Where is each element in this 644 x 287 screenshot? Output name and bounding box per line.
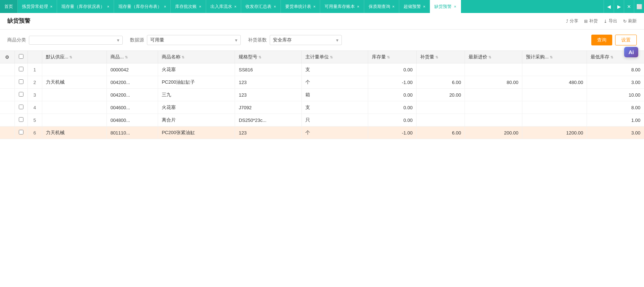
table-row: 5 004800... 离合片 DS250*23c... 只 0.00 1.00 — [0, 114, 644, 127]
th-stock[interactable]: 库存量 ⇅ — [368, 51, 416, 63]
filter-category-select[interactable]: ▾ — [29, 36, 123, 45]
filter-restock-value: 安全库存 — [273, 37, 336, 43]
filter-restock-arrow-icon: ▾ — [336, 37, 339, 43]
ai-badge[interactable]: Ai — [624, 47, 638, 57]
tab-close-receive-summary[interactable]: × — [274, 4, 276, 9]
refresh-button[interactable]: ↻ 刷新 — [623, 18, 637, 24]
tab-overstock[interactable]: 超储预警 × — [399, 0, 430, 13]
filter-datasource-value: 可用量 — [150, 37, 235, 43]
tab-close-shortage[interactable]: × — [454, 4, 456, 9]
td-checkbox-5[interactable] — [14, 127, 27, 139]
table-row: 4 004600... 火花塞 J7092 支 0.00 8.00 — [0, 101, 644, 114]
table-row: 1 0000042 火花塞 SS816 支 0.00 8.00 — [0, 63, 644, 76]
tab-close-inventory-dist[interactable]: × — [164, 4, 166, 9]
row-checkbox-1[interactable] — [19, 79, 23, 84]
tab-home[interactable]: 首页 — [0, 0, 18, 13]
td-restock-qty-3 — [416, 101, 465, 114]
td-supplier-3 — [42, 101, 106, 114]
td-row-num-3: 4 — [27, 101, 42, 114]
sort-icon-spec: ⇅ — [258, 55, 261, 59]
row-checkbox-2[interactable] — [19, 92, 23, 97]
td-product-code-3: 004600... — [106, 101, 158, 114]
td-product-code-2: 004200... — [106, 89, 158, 101]
tab-next-button[interactable]: ▶ — [614, 0, 624, 13]
th-spec[interactable]: 规格型号 ⇅ — [235, 51, 302, 63]
th-latest-price[interactable]: 最新进价 ⇅ — [465, 51, 522, 63]
tab-shortage[interactable]: 缺货预警 × — [430, 0, 461, 13]
th-restock-qty[interactable]: 补货量 ⇅ — [416, 51, 465, 63]
tab-close-expiry[interactable]: × — [392, 4, 395, 9]
row-checkbox-3[interactable] — [19, 105, 23, 109]
restock-button[interactable]: ⊞ 补货 — [584, 18, 598, 24]
td-checkbox-4[interactable] — [14, 114, 27, 127]
th-default-supplier[interactable]: 默认供应... ⇅ — [42, 51, 106, 63]
td-min-stock-4: 1.00 — [587, 114, 644, 127]
sort-icon-product-code: ⇅ — [125, 55, 128, 59]
setting-button[interactable]: 设置 — [615, 35, 637, 45]
th-unit[interactable]: 主计量单位 ⇅ — [302, 51, 368, 63]
tab-close-batch-account[interactable]: × — [199, 4, 201, 9]
tab-expiry[interactable]: 保质期查询 × — [364, 0, 399, 13]
sort-icon-restock-qty: ⇅ — [435, 55, 438, 59]
query-button[interactable]: 查询 — [591, 35, 612, 45]
filter-datasource-select[interactable]: 可用量 ▾ — [147, 35, 241, 45]
td-checkbox-1[interactable] — [14, 76, 27, 89]
td-row-num-1: 2 — [27, 76, 42, 89]
td-row-num-4: 5 — [27, 114, 42, 127]
page-header: 缺货预警 ⤴ 分享 ⊞ 补货 ⤓ 导出 ↻ 刷新 — [0, 13, 644, 30]
row-checkbox-5[interactable] — [19, 130, 23, 134]
tab-close-overstock[interactable]: × — [423, 4, 425, 9]
tab-prev-button[interactable]: ◀ — [604, 0, 614, 13]
td-latest-price-0 — [465, 63, 522, 76]
td-spec-0: SS816 — [235, 63, 302, 76]
tab-batch-account[interactable]: 库存批次账 × — [171, 0, 206, 13]
tab-close-inout-flow[interactable]: × — [234, 4, 236, 9]
td-product-code-5: 801110... — [106, 127, 158, 139]
tab-maximize-button[interactable]: ⬜ — [634, 0, 644, 13]
share-button[interactable]: ⤴ 分享 — [566, 18, 578, 24]
td-product-code-4: 004800... — [106, 114, 158, 127]
tab-exception[interactable]: 拣货异常处理 × — [18, 0, 57, 13]
tab-close-order-stats[interactable]: × — [313, 4, 316, 9]
tab-inventory-dist[interactable]: 现存量（库存分布表） × — [114, 0, 171, 13]
th-product-code[interactable]: 商品... ⇅ — [106, 51, 158, 63]
th-est-purchase[interactable]: 预计采购... ⇅ — [522, 51, 587, 63]
row-checkbox-4[interactable] — [19, 117, 23, 122]
td-stock-0: 0.00 — [368, 63, 416, 76]
refresh-icon: ↻ — [623, 19, 627, 24]
tab-order-stats[interactable]: 要货单统计表 × — [281, 0, 320, 13]
filter-category-group: 商品分类 ▾ — [7, 36, 123, 45]
td-est-purchase-5: 1200.00 — [522, 127, 587, 139]
tab-receive-summary[interactable]: 收发存汇总表 × — [241, 0, 280, 13]
th-gear[interactable]: ⚙ — [0, 51, 14, 63]
td-stock-4: 0.00 — [368, 114, 416, 127]
table-body: 1 0000042 火花塞 SS816 支 0.00 8.00 2 力天机械 0… — [0, 63, 644, 139]
filter-restock-select[interactable]: 安全库存 ▾ — [270, 35, 342, 45]
sort-icon-product-name: ⇅ — [182, 55, 184, 59]
td-spec-5: 123 — [235, 127, 302, 139]
row-checkbox-0[interactable] — [19, 67, 23, 71]
select-all-checkbox[interactable] — [19, 54, 23, 59]
filter-category-label: 商品分类 — [7, 37, 26, 43]
td-product-name-2: 三九 — [158, 89, 235, 101]
td-spec-4: DS250*23c... — [235, 114, 302, 127]
tab-close-available-ledger[interactable]: × — [357, 4, 359, 9]
th-checkbox[interactable] — [14, 51, 27, 63]
th-product-name[interactable]: 商品名称 ⇅ — [158, 51, 235, 63]
tab-inventory-status[interactable]: 现存量（库存状况表） × — [57, 0, 114, 13]
tab-close-exception[interactable]: × — [50, 4, 52, 9]
td-min-stock-3: 8.00 — [587, 101, 644, 114]
td-checkbox-2[interactable] — [14, 89, 27, 101]
td-checkbox-3[interactable] — [14, 101, 27, 114]
td-restock-qty-1: 6.00 — [416, 76, 465, 89]
filter-area: 商品分类 ▾ 数据源 可用量 ▾ 补货基数 安全库存 ▾ 查询 设置 — [0, 30, 644, 51]
tab-available-ledger[interactable]: 可用量库存账本 × — [320, 0, 364, 13]
filter-restock-label: 补货基数 — [248, 37, 267, 43]
td-min-stock-1: 3.00 — [587, 76, 644, 89]
td-stock-1: -1.00 — [368, 76, 416, 89]
td-checkbox-0[interactable] — [14, 63, 27, 76]
tab-close-all-button[interactable]: ✕ — [624, 0, 634, 13]
export-button[interactable]: ⤓ 导出 — [604, 18, 617, 24]
tab-inout-flow[interactable]: 出入库流水 × — [206, 0, 241, 13]
tab-close-inventory-status[interactable]: × — [107, 4, 109, 9]
